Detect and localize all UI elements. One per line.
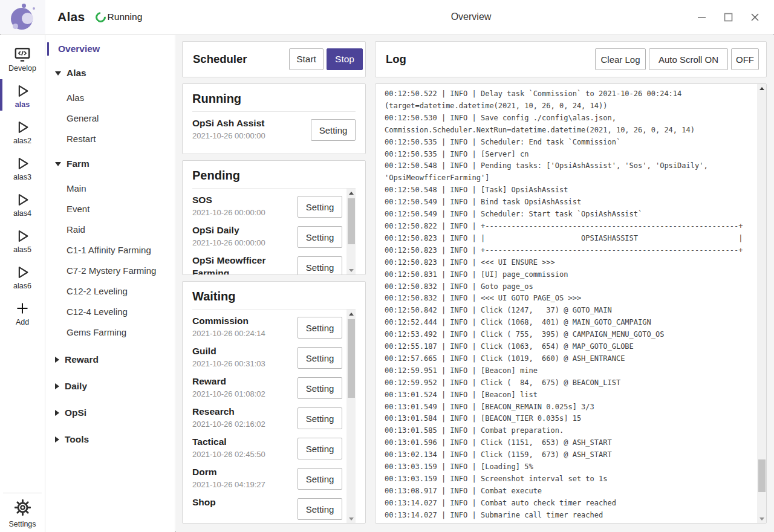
log-line: 00:12:59.952 | INFO | Click ( 84, 675) @…: [385, 377, 752, 389]
log-line: 00:12:50.549 | INFO | Bind task OpsiAshA…: [385, 196, 752, 209]
nav-item-c12-4-leveling[interactable]: C12-4 Leveling: [45, 301, 175, 322]
scrollbar-thumb[interactable]: [758, 459, 766, 492]
auto-scroll-on-button[interactable]: Auto Scroll ON: [649, 48, 728, 70]
nav-item-overview[interactable]: Overview: [45, 40, 175, 58]
log-panel[interactable]: 00:12:50.522 | INFO | Delay task `Commis…: [375, 83, 767, 524]
task-setting-button[interactable]: Setting: [311, 119, 356, 141]
pending-task-row: OpSi Daily2021-10-26 00:00:00Setting: [192, 222, 356, 253]
log-scrollbar[interactable]: [757, 84, 766, 523]
nav-item-main[interactable]: Main: [45, 178, 175, 198]
pending-card: Pending SOS2021-10-26 00:00:00SettingOpS…: [182, 160, 366, 275]
nav-item-event[interactable]: Event: [45, 198, 175, 219]
minimize-button[interactable]: [688, 5, 715, 29]
play-icon: [15, 118, 31, 135]
task-setting-button[interactable]: Setting: [298, 468, 342, 490]
task-setting-button[interactable]: Setting: [298, 196, 342, 218]
nav-item-raid[interactable]: Raid: [45, 219, 175, 239]
task-setting-button[interactable]: Setting: [298, 317, 342, 339]
log-line: 00:13:03.159 | INFO | Screenshot interva…: [385, 473, 752, 485]
rail-item-settings[interactable]: Settings: [3, 493, 42, 528]
rail-item-label: Develop: [8, 64, 36, 73]
rail-item-label: Settings: [8, 520, 36, 528]
nav-item-gems-farming[interactable]: Gems Farming: [45, 322, 175, 342]
stop-button[interactable]: Stop: [327, 48, 363, 70]
nav-section-header-farm[interactable]: Farm: [45, 155, 175, 173]
pending-title: Pending: [192, 169, 356, 189]
play-icon: [15, 155, 31, 172]
scrollbar-thumb[interactable]: [348, 319, 355, 398]
rail-item-alas[interactable]: alas: [0, 77, 45, 114]
play-icon: [15, 82, 31, 99]
waiting-task-row: Tactical2021-10-26 02:45:50Setting: [192, 434, 356, 464]
rail-item-alas2[interactable]: alas2: [0, 114, 45, 150]
log-line: 00:12:55.187 | INFO | Click (1063, 654) …: [385, 341, 752, 353]
nav-item-general[interactable]: General: [45, 108, 175, 128]
nav-section-header-alas[interactable]: Alas: [45, 64, 175, 82]
clear-log-button[interactable]: Clear Log: [595, 48, 646, 70]
scroll-down-icon[interactable]: [346, 266, 356, 274]
rail-item-alas4[interactable]: alas4: [0, 186, 45, 222]
scheduler-card: Scheduler Start Stop: [182, 41, 366, 77]
nav-sections: AlasAlasGeneralRestartFarmMainEventRaidC…: [45, 64, 175, 449]
nav-item-alas[interactable]: Alas: [45, 87, 175, 108]
running-list: OpSi Ash Assist2021-10-26 00:00:00Settin…: [192, 112, 356, 154]
log-line: 00:12:50.822 | INFO | +-----------------…: [385, 221, 752, 233]
scroll-up-icon[interactable]: [757, 84, 766, 92]
scroll-down-icon[interactable]: [757, 514, 766, 523]
log-line: 00:12:50.548 | INFO | Pending tasks: ['O…: [385, 160, 752, 172]
nav-item-restart[interactable]: Restart: [45, 128, 175, 149]
task-name: Shop: [192, 496, 294, 508]
nav-section-header-opsi[interactable]: OpSi: [45, 404, 175, 422]
log-lines: 00:12:50.522 | INFO | Delay task `Commis…: [385, 88, 752, 522]
waiting-scrollbar[interactable]: [346, 310, 356, 523]
scrollbar-thumb[interactable]: [348, 198, 355, 244]
log-line: 'OpsiMeowfficerFarming']: [385, 172, 752, 184]
start-button[interactable]: Start: [289, 48, 324, 70]
nav-section-header-reward[interactable]: Reward: [45, 351, 175, 369]
nav-item-c12-2-leveling[interactable]: C12-2 Leveling: [45, 281, 175, 301]
task-setting-button[interactable]: Setting: [298, 498, 342, 520]
pending-scrollbar[interactable]: [346, 189, 356, 274]
log-column: Log Clear Log Auto Scroll ON OFF 00:12:5…: [375, 41, 767, 524]
nav-item-c1-1-affinity-farming[interactable]: C1-1 Affinity Farming: [45, 239, 175, 260]
pending-list[interactable]: SOS2021-10-26 00:00:00SettingOpSi Daily2…: [192, 189, 356, 274]
task-setting-button[interactable]: Setting: [298, 407, 342, 429]
task-name: Research: [192, 405, 294, 418]
window-title: Overview: [175, 11, 767, 22]
scroll-up-icon[interactable]: [346, 189, 356, 197]
scheduler-status-text: Running: [108, 11, 143, 22]
scroll-down-icon[interactable]: [346, 514, 356, 523]
nav-item-c7-2-mystery-farming[interactable]: C7-2 Mystery Farming: [45, 260, 175, 281]
maximize-button[interactable]: [715, 5, 741, 29]
task-next-run-time: 2021-10-26 00:00:00: [192, 208, 294, 217]
close-button[interactable]: [741, 5, 768, 29]
log-line: 00:12:57.665 | INFO | Click (1019, 660) …: [385, 353, 752, 365]
task-setting-button[interactable]: Setting: [298, 377, 342, 399]
scroll-up-icon[interactable]: [346, 310, 356, 318]
log-line: 00:12:50.832 | INFO | Goto page_os: [385, 281, 752, 293]
task-name: OpSi Meowfficer Farming: [192, 254, 294, 274]
chevron-down-icon: [55, 162, 61, 166]
log-line: 00:12:50.823 | INFO | +-----------------…: [385, 245, 752, 257]
task-setting-button[interactable]: Setting: [298, 226, 342, 248]
task-setting-button[interactable]: Setting: [298, 347, 342, 369]
rail-item-add[interactable]: Add: [0, 295, 45, 331]
chevron-right-icon: [55, 436, 59, 443]
nav-section-header-tools[interactable]: Tools: [45, 430, 175, 449]
log-line: (target=datetime.datetime(2021, 10, 26, …: [385, 100, 752, 112]
rail-item-alas3[interactable]: alas3: [0, 150, 45, 186]
chevron-right-icon: [55, 357, 59, 363]
task-setting-button[interactable]: Setting: [298, 256, 342, 274]
rail-item-alas6[interactable]: alas6: [0, 259, 45, 295]
waiting-list[interactable]: Commission2021-10-26 00:24:14SettingGuil…: [192, 310, 356, 523]
rail-item-label: alas4: [13, 209, 31, 218]
auto-scroll-off-button[interactable]: OFF: [731, 48, 759, 70]
nav-section-header-daily[interactable]: Daily: [45, 377, 175, 395]
log-line: 00:12:50.535 | INFO | Scheduler: End tas…: [385, 137, 752, 149]
rail-item-alas5[interactable]: alas5: [0, 222, 45, 259]
rail-item-develop[interactable]: Develop: [0, 41, 45, 77]
task-name: Dorm: [192, 465, 294, 478]
task-setting-button[interactable]: Setting: [298, 438, 342, 459]
chevron-right-icon: [55, 410, 59, 416]
log-line: 00:12:50.842 | INFO | Click (1247, 37) @…: [385, 305, 752, 317]
